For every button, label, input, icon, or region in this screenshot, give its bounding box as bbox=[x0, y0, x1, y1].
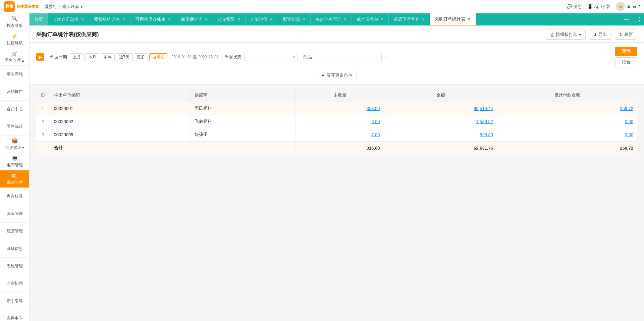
tab-gongnengshuo-label: 功能说明 bbox=[250, 16, 268, 22]
user-name: demo2 bbox=[627, 4, 640, 9]
product-input[interactable] bbox=[315, 53, 382, 61]
user-info[interactable]: 😊 demo2 bbox=[616, 2, 640, 11]
tab-keyongliang[interactable]: 可用量库存账本 ✕ bbox=[130, 13, 176, 25]
tab-baozhiqi[interactable]: 保质期查询 ✕ bbox=[176, 13, 213, 25]
tab-yaohuo[interactable]: 要货单统计表 ✕ bbox=[89, 13, 130, 25]
tab-caigoutongjibiao[interactable]: 采购订单统计表 ✕ bbox=[430, 13, 476, 25]
message-action[interactable]: 💬 消息 bbox=[567, 4, 582, 10]
logo-icon: 标版 bbox=[4, 1, 15, 12]
query-button[interactable]: 查询 bbox=[615, 47, 637, 56]
sidebar-item-wholesale[interactable]: 📦 批发管理 ▾ bbox=[0, 136, 29, 153]
last7days-btn[interactable]: 近7天 bbox=[116, 53, 132, 61]
tab-gongnengshuo[interactable]: 功能说明 ✕ bbox=[246, 13, 278, 25]
this-year-btn[interactable]: 本年 bbox=[101, 53, 115, 61]
tab-paihuorenwu[interactable]: 拣货任务管理 ✕ bbox=[311, 13, 352, 25]
row-2-quantity-link[interactable]: 6.00 bbox=[371, 119, 380, 124]
status-select[interactable] bbox=[244, 53, 298, 61]
tab-shoufayihui[interactable]: 收发存汇总表 ✕ bbox=[48, 13, 89, 25]
row-2-paid[interactable]: 0.00 bbox=[497, 115, 637, 128]
sidebar-item-basic[interactable]: 基础信息 bbox=[0, 240, 29, 258]
sidebar-item-retail-stats[interactable]: 零售统计 bbox=[0, 118, 29, 136]
row-1-paid[interactable]: 259.72 bbox=[497, 102, 637, 115]
tab-minimize-btn[interactable]: — bbox=[623, 15, 631, 24]
retail-icon: 🛒 bbox=[11, 50, 18, 57]
row-2-index: 2 bbox=[36, 115, 50, 128]
sidebar-item-members[interactable]: 会员中心 bbox=[0, 101, 29, 118]
tab-home[interactable]: 首页 bbox=[30, 13, 48, 25]
row-1-quantity-link[interactable]: 303.00 bbox=[367, 106, 380, 111]
row-1-amount[interactable]: 60,519.44 bbox=[384, 102, 497, 115]
row-1-amount-link[interactable]: 60,519.44 bbox=[474, 106, 493, 111]
th-paid: 累计付款金额 bbox=[497, 89, 637, 102]
tab-shoufayihui-close[interactable]: ✕ bbox=[81, 17, 84, 22]
sidebar-item-finance[interactable]: 资金管理 bbox=[0, 205, 29, 223]
sidebar-item-system[interactable]: 系统管理 bbox=[0, 258, 29, 275]
tab-yaoqingxiayou-close[interactable]: ✕ bbox=[422, 17, 425, 22]
tab-maximize-btn[interactable]: ⛶ bbox=[633, 15, 641, 24]
row-3-quantity-link[interactable]: 7.00 bbox=[371, 132, 380, 137]
table-settings-icon[interactable]: ⚙ bbox=[40, 92, 45, 98]
table-row: 2 00020002 飞鹤奶粉 6.00 1,586.52 0.00 bbox=[36, 115, 637, 128]
tab-keyongliang-close[interactable]: ✕ bbox=[168, 17, 171, 22]
tab-caigoutongjibiao-close[interactable]: ✕ bbox=[467, 17, 471, 21]
tab-baozhiqi-close[interactable]: ✕ bbox=[205, 17, 208, 22]
tab-yaohuo-close[interactable]: ✕ bbox=[122, 17, 125, 22]
print-dropdown-icon: ▾ bbox=[579, 32, 581, 37]
tab-peizhi[interactable]: 配置信息 ✕ bbox=[278, 13, 311, 25]
row-3-quantity[interactable]: 7.00 bbox=[296, 128, 384, 142]
tab-yaoqingxiayou[interactable]: 邀请下游客户 ✕ bbox=[389, 13, 430, 25]
sidebar-item-search-label: 搜索菜单 bbox=[7, 23, 23, 29]
sidebar-item-newguide[interactable]: 新手引导 bbox=[0, 292, 29, 310]
tab-chengbentiaoz[interactable]: 成本调整单 ✕ bbox=[352, 13, 389, 25]
row-1-quantity[interactable]: 303.00 bbox=[296, 102, 384, 115]
refresh-icon: ↻ bbox=[619, 32, 623, 37]
row-2-amount[interactable]: 1,586.52 bbox=[384, 115, 497, 128]
tab-peizhi-close[interactable]: ✕ bbox=[302, 17, 306, 22]
sidebar-item-ecommerce[interactable]: 💻 电商管理 bbox=[0, 153, 29, 170]
sidebar-item-operations[interactable]: 经营管理 bbox=[0, 223, 29, 240]
tab-chengbentiaoz-close[interactable]: ✕ bbox=[380, 17, 384, 22]
custom-date-btn[interactable]: 自定义 bbox=[149, 53, 167, 61]
tab-paihuorenwu-close[interactable]: ✕ bbox=[343, 17, 347, 22]
this-month-btn[interactable]: 本月 bbox=[85, 53, 99, 61]
more-date-btn[interactable]: 更多 bbox=[134, 53, 148, 61]
row-2-quantity[interactable]: 6.00 bbox=[296, 115, 384, 128]
row-3-amount-link[interactable]: 525.80 bbox=[480, 132, 493, 137]
export-button[interactable]: ⬇ 导出 bbox=[589, 30, 611, 40]
sidebar-item-search[interactable]: 🔍 搜索菜单 bbox=[0, 13, 29, 31]
row-1-paid-link[interactable]: 259.72 bbox=[620, 106, 633, 111]
sidebar-item-retail-mall[interactable]: 零售商城 bbox=[0, 66, 29, 83]
sidebar-item-marketing[interactable]: 营销推广 bbox=[0, 83, 29, 101]
sidebar-item-appcenter[interactable]: 应用中心 bbox=[0, 310, 29, 321]
sidebar-item-system-label: 系统管理 bbox=[7, 263, 23, 269]
tab-chaochuyujing[interactable]: 超储预警 ✕ bbox=[213, 13, 246, 25]
row-3-paid-link[interactable]: 0.00 bbox=[625, 132, 633, 137]
sidebar-item-purchase[interactable]: 🛍 采购管理 bbox=[0, 170, 29, 188]
logo-area: 标版 畅捷通好生意 bbox=[4, 1, 39, 12]
product-more-icon[interactable]: ··· bbox=[385, 55, 389, 60]
settings-button[interactable]: 设置 bbox=[615, 57, 637, 67]
sidebar-item-finance-label: 资金管理 bbox=[7, 211, 23, 217]
store-selector[interactable]: 母婴行业演示账套 ▾ bbox=[42, 2, 86, 11]
refresh-label: 刷新 bbox=[624, 32, 633, 38]
last-month-btn[interactable]: 上月 bbox=[70, 53, 84, 61]
row-3-paid[interactable]: 0.00 bbox=[497, 128, 637, 142]
sidebar-item-quicknav[interactable]: ⚡ 快捷导航 bbox=[0, 31, 29, 48]
row-2-paid-link[interactable]: 0.00 bbox=[625, 119, 633, 124]
tab-gongnengshuo-close[interactable]: ✕ bbox=[270, 17, 273, 22]
app-download-action[interactable]: 📱 App下载 bbox=[587, 4, 610, 10]
phone-icon: 📱 bbox=[587, 4, 593, 9]
row-3-amount[interactable]: 525.80 bbox=[384, 128, 497, 142]
sidebar-item-collab[interactable]: 企业协同 bbox=[0, 275, 29, 292]
refresh-button[interactable]: ↻ 刷新 bbox=[615, 30, 637, 40]
sidebar-item-wholesale-label: 批发管理 bbox=[5, 145, 21, 151]
tab-chaochuyujing-close[interactable]: ✕ bbox=[237, 17, 240, 22]
sidebar-item-inventory[interactable]: 库存核算 bbox=[0, 188, 29, 205]
row-2-amount-link[interactable]: 1,586.52 bbox=[476, 119, 493, 124]
sidebar-item-collab-label: 企业协同 bbox=[7, 281, 23, 286]
sidebar-item-retail[interactable]: 🛒 零售管理 ▲ bbox=[0, 48, 29, 66]
filter-toggle-button[interactable]: ▶ bbox=[36, 53, 44, 61]
print-button[interactable]: 🖨 按模板打印 ▾ bbox=[546, 30, 586, 40]
sidebar-item-newguide-label: 新手引导 bbox=[7, 298, 23, 304]
expand-more-btn[interactable]: ▼ 展开更多条件 bbox=[317, 71, 357, 80]
